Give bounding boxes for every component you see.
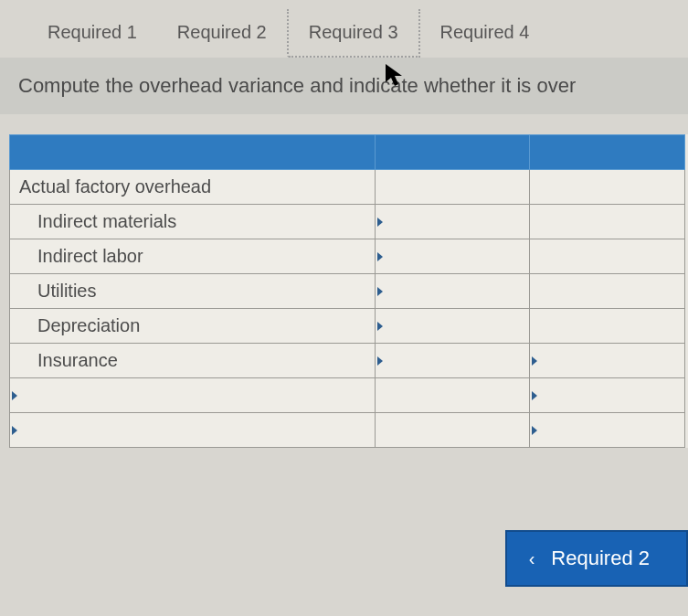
input-cell[interactable]	[375, 239, 530, 274]
overhead-table: Actual factory overhead Indirect materia…	[9, 134, 688, 448]
input-cell[interactable]	[530, 344, 685, 378]
row-label-actual-overhead: Actual factory overhead	[10, 170, 376, 205]
cell[interactable]	[375, 378, 530, 413]
cell[interactable]	[530, 239, 685, 274]
dropdown-icon	[12, 426, 17, 435]
dropdown-cell[interactable]	[10, 378, 376, 413]
row-label-depreciation: Depreciation	[10, 309, 376, 344]
row-label-utilities: Utilities	[10, 274, 376, 309]
input-cell[interactable]	[530, 378, 685, 413]
input-cell[interactable]	[375, 344, 530, 378]
cell[interactable]	[375, 170, 530, 205]
table-row: Actual factory overhead	[10, 170, 685, 205]
dropdown-icon	[377, 252, 383, 261]
row-label-indirect-labor: Indirect labor	[10, 239, 376, 274]
dropdown-icon	[532, 426, 537, 435]
chevron-left-icon: ‹	[529, 548, 535, 569]
row-label-insurance: Insurance	[10, 344, 376, 378]
dropdown-icon	[377, 218, 383, 227]
prev-required-button[interactable]: ‹ Required 2	[505, 530, 688, 587]
cell[interactable]	[530, 170, 685, 205]
cell[interactable]	[530, 309, 685, 344]
table-row: Utilities	[10, 274, 685, 309]
tab-required-1[interactable]: Required 1	[27, 9, 157, 58]
prev-button-label: Required 2	[551, 547, 650, 570]
cell[interactable]	[530, 274, 685, 309]
table-row	[10, 378, 685, 413]
table-row: Insurance	[10, 344, 685, 378]
dropdown-icon	[377, 322, 383, 331]
table-row: Indirect labor	[10, 239, 685, 274]
tab-required-4[interactable]: Required 4	[420, 9, 550, 58]
instruction-text: Compute the overhead variance and indica…	[0, 58, 688, 114]
table-row: Indirect materials	[10, 205, 685, 239]
input-cell[interactable]	[530, 413, 685, 448]
input-cell[interactable]	[375, 309, 530, 344]
cell[interactable]	[530, 205, 685, 239]
input-cell[interactable]	[375, 274, 530, 309]
input-cell[interactable]	[375, 205, 530, 239]
cell[interactable]	[375, 413, 530, 448]
tab-required-2[interactable]: Required 2	[157, 9, 289, 58]
dropdown-icon	[532, 356, 537, 366]
tab-bar: Required 1 Required 2 Required 3 Require…	[0, 0, 688, 58]
dropdown-cell[interactable]	[10, 413, 376, 448]
table-header-row	[10, 135, 685, 170]
dropdown-icon	[12, 391, 17, 400]
table-row	[10, 413, 685, 448]
row-label-indirect-materials: Indirect materials	[10, 205, 376, 239]
dropdown-icon	[377, 356, 383, 366]
tab-required-3[interactable]: Required 3	[289, 9, 420, 58]
dropdown-icon	[532, 391, 537, 400]
table-row: Depreciation	[10, 309, 685, 344]
dropdown-icon	[377, 287, 383, 296]
